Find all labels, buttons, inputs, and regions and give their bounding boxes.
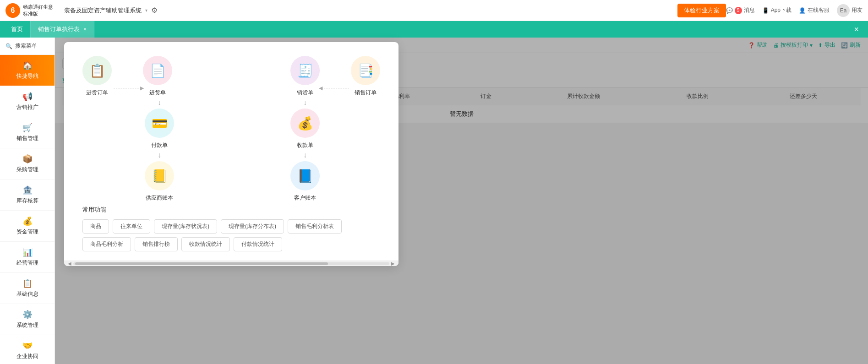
receipt-icon: 💰	[297, 116, 313, 131]
logo-icon: 6	[5, 3, 20, 18]
avatar: Ea	[837, 4, 850, 17]
common-btn-stock-status[interactable]: 现存量(库存状况表)	[154, 219, 217, 234]
window-close-icon[interactable]: ×	[848, 25, 864, 34]
supplier-ledger-icon: 📒	[152, 168, 168, 184]
arrow-purchase-to-bill: ▶	[114, 88, 141, 88]
gear-icon[interactable]: ⚙	[151, 6, 158, 15]
sales-bill-label: 销货单	[297, 89, 313, 97]
scroll-left-arrow[interactable]: ◀	[66, 261, 73, 266]
sidebar-item-system[interactable]: ⚙️ 系统管理	[0, 304, 55, 335]
marketing-icon: 📢	[22, 92, 33, 102]
service-icon: 👤	[799, 7, 806, 14]
purchase-bill-label: 进货单	[149, 89, 166, 97]
nav-tabs: 首页 销售订单执行表 × ×	[0, 21, 868, 38]
purchase-order-node: 📋 进货订单	[82, 56, 112, 97]
down-arrow-purchase-bill: ↓	[145, 98, 174, 107]
receipt-circle: 💰	[290, 109, 320, 138]
sales-bill-circle: 🧾	[290, 56, 320, 85]
inventory-icon: 🏦	[22, 185, 33, 195]
common-btn-sales-profit[interactable]: 销售毛利分析表	[288, 219, 342, 234]
common-btn-goods-profit[interactable]: 商品毛利分析	[82, 237, 131, 251]
flow-row-arrows-2: ↓ ↓	[82, 151, 380, 159]
sidebar-item-base-info[interactable]: 📋 基础信息	[0, 273, 55, 304]
supplier-ledger-circle: 📒	[145, 161, 174, 190]
system-icon: ⚙️	[22, 310, 33, 320]
download-icon: 📱	[762, 7, 769, 14]
sidebar-item-inventory[interactable]: 🏦 库存核算	[0, 179, 55, 211]
overlay: 📋 进货订单 ▶	[55, 38, 868, 364]
flow-row-1: 📋 进货订单 ▶	[82, 56, 380, 97]
sales-bill-node: 🧾 销货单	[290, 56, 320, 97]
scroll-right-arrow[interactable]: ▶	[389, 261, 397, 266]
logo-area: 6 畅康通好生意 标准版	[5, 3, 60, 18]
common-functions-title: 常用功能	[82, 206, 380, 214]
scroll-track	[73, 262, 389, 265]
search-icon: 🔍	[5, 43, 12, 49]
top-bar-center: 体验行业方案	[677, 4, 726, 17]
sales-bill-icon: 🧾	[297, 63, 313, 78]
common-btn-contacts[interactable]: 往来单位	[113, 219, 150, 234]
common-buttons-grid: 商品 往来单位 现存量(库存状况表) 现存量(库存分布表) 销售毛利分析表 商品…	[82, 219, 380, 251]
down-arrow-receipt: ↓	[290, 151, 320, 159]
popup-body: 📋 进货订单 ▶	[64, 42, 399, 261]
sales-order-label: 销售订单	[355, 89, 377, 97]
sidebar: 🔍 搜索菜单 🏠 快捷导航 📢 营销推广 🛒 销售管理 📦 采购管理 🏦 库存核…	[0, 38, 55, 364]
common-btn-goods[interactable]: 商品	[82, 219, 109, 234]
experience-button[interactable]: 体验行业方案	[677, 4, 726, 17]
system-title: 装备及固定资产辅助管理系统	[64, 6, 142, 15]
common-btn-stock-dist[interactable]: 现存量(库存分布表)	[221, 219, 284, 234]
tab-sales-order[interactable]: 销售订单执行表 ×	[31, 21, 94, 38]
purchase-order-icon: 📋	[89, 63, 105, 78]
online-service-item[interactable]: 👤 在线客服	[799, 6, 830, 14]
payment-icon: 💳	[152, 116, 168, 131]
flow-diagram: 📋 进货订单 ▶	[82, 56, 380, 206]
sales-order-node: 📑 销售订单	[351, 56, 380, 97]
sidebar-item-marketing[interactable]: 📢 营销推广	[0, 86, 55, 117]
down-arrow-payment: ↓	[145, 151, 174, 159]
purchase-bill-icon: 📄	[150, 63, 166, 78]
popup-dialog: 📋 进货订单 ▶	[64, 42, 399, 266]
common-btn-sales-rank[interactable]: 销售排行榜	[135, 237, 178, 251]
sidebar-item-management[interactable]: 📊 经营管理	[0, 242, 55, 273]
purchase-order-label: 进货订单	[86, 89, 108, 97]
flow-row-arrows: ↓ ↓	[82, 98, 380, 107]
top-bar-right: 💬 5 消息 📱 App下载 👤 在线客服 Ea 用友	[726, 4, 863, 17]
common-btn-payment-stats[interactable]: 付款情况统计	[234, 237, 282, 251]
top-bar-left: 6 畅康通好生意 标准版 装备及固定资产辅助管理系统 ▾ ⚙	[5, 3, 677, 18]
sales-icon: 🛒	[22, 123, 33, 133]
payment-node: 💳 付款单	[145, 109, 174, 149]
message-item[interactable]: 💬 5 消息	[726, 6, 755, 14]
purchase-order-circle: 📋	[82, 56, 112, 85]
down-arrow-sales-bill: ↓	[290, 98, 320, 107]
sidebar-item-finance[interactable]: 💰 资金管理	[0, 211, 55, 242]
purchase-icon: 📦	[22, 154, 33, 164]
message-badge: 5	[735, 7, 742, 14]
purchase-bill-node: 📄 进货单	[143, 56, 172, 97]
sidebar-item-sales[interactable]: 🛒 销售管理	[0, 117, 55, 148]
app-download-item[interactable]: 📱 App下载	[762, 6, 792, 14]
sales-order-icon: 📑	[358, 63, 374, 78]
arrow-sales-order-to-bill: ◀	[322, 88, 349, 88]
sidebar-item-shortcuts[interactable]: 🏠 快捷导航	[0, 55, 55, 86]
supplier-ledger-label: 供应商账本	[146, 194, 173, 202]
sidebar-item-purchase[interactable]: 📦 采购管理	[0, 148, 55, 179]
sidebar-item-enterprise[interactable]: 🤝 企业协同	[0, 335, 55, 364]
main-layout: 🔍 搜索菜单 🏠 快捷导航 📢 营销推广 🛒 销售管理 📦 采购管理 🏦 库存核…	[0, 38, 868, 364]
customer-ledger-label: 客户账本	[294, 194, 316, 202]
tab-home[interactable]: 首页	[4, 21, 31, 38]
receipt-label: 收款单	[297, 141, 313, 149]
sales-order-circle: 📑	[351, 56, 380, 85]
purchase-bill-circle: 📄	[143, 56, 172, 85]
top-bar: 6 畅康通好生意 标准版 装备及固定资产辅助管理系统 ▾ ⚙ 体验行业方案 💬 …	[0, 0, 868, 21]
sidebar-search[interactable]: 🔍 搜索菜单	[0, 38, 55, 55]
base-info-icon: 📋	[22, 278, 33, 288]
supplier-ledger-node: 📒 供应商账本	[145, 161, 174, 202]
payment-label: 付款单	[151, 141, 168, 149]
user-item[interactable]: Ea 用友	[837, 4, 863, 17]
enterprise-icon: 🤝	[22, 341, 33, 351]
message-icon: 💬	[726, 7, 733, 14]
popup-scrollbar: ◀ ▶	[64, 261, 399, 266]
tab-close-icon[interactable]: ×	[83, 26, 87, 33]
dropdown-icon[interactable]: ▾	[145, 8, 147, 13]
common-btn-receipt-stats[interactable]: 收款情况统计	[181, 237, 230, 251]
